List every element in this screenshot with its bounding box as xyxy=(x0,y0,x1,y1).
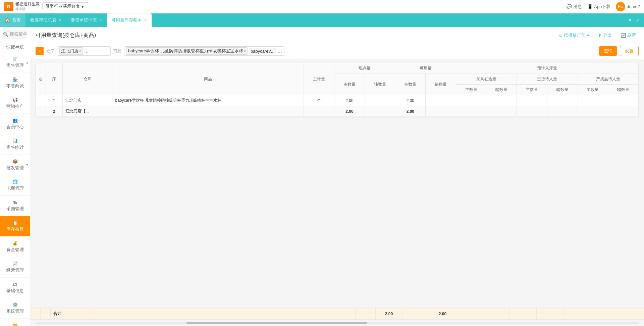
tab-receive-summary[interactable]: 收发存汇总表 ✕ xyxy=(25,13,66,27)
member-icon: 👥 xyxy=(12,118,18,123)
warehouse-filter[interactable]: 江北门店 × ... xyxy=(57,46,111,56)
td-current-aux-2 xyxy=(365,106,395,117)
warehouse-dots[interactable]: ... xyxy=(84,48,89,54)
footer-goods-main xyxy=(537,308,564,319)
export-icon: ⬆ xyxy=(598,33,602,38)
td-products-aux-2 xyxy=(608,106,639,117)
purchase-icon: 🛍 xyxy=(13,200,17,205)
logo-text: 畅捷通好生意 标准版 xyxy=(15,2,40,11)
stats-icon: 📊 xyxy=(12,138,18,143)
footer-label: 合计 xyxy=(50,308,91,319)
th-avail-aux: 辅数量 xyxy=(426,74,456,95)
td-no-2: 2 xyxy=(46,106,63,117)
user-btn[interactable]: Ea demo2 xyxy=(616,2,640,11)
mall-icon: 🏪 xyxy=(12,77,18,82)
sidebar-search-area: 🔍 搜索菜单 xyxy=(0,27,30,42)
sidebar-item-retail-mall[interactable]: 🏪 零售商城 xyxy=(0,73,30,93)
data-table: ⚙ 序 仓库 商品 主计量 现存量 可用量 预计入库量 主数量 辅数量 主数量 xyxy=(36,63,639,117)
th-products-main: 主数量 xyxy=(578,85,608,95)
sidebar: 🔍 搜索菜单 快捷导航 🛒 零售管理 🏪 零售商城 📢 营销推广 👥 会员中心 … xyxy=(0,27,30,326)
sidebar-item-marketing[interactable]: 📢 营销推广 xyxy=(0,93,30,114)
th-product: 商品 xyxy=(112,63,304,95)
refresh-icon: 🔄 xyxy=(621,33,626,38)
tab-order-stats[interactable]: 要货单统计表 ✕ xyxy=(66,13,107,27)
sidebar-item-retail-stats[interactable]: 📊 零售统计 xyxy=(0,134,30,155)
sidebar-item-inventory-check[interactable]: 📋 库存核算 xyxy=(0,216,30,237)
logo-icon: 好 xyxy=(4,2,13,11)
td-goods-main xyxy=(517,95,547,106)
close-icon[interactable]: ✕ xyxy=(58,18,61,22)
query-btn[interactable]: 查询 xyxy=(599,46,617,56)
th-no: 序 xyxy=(46,63,63,95)
product-tag-2: babycare?... xyxy=(249,48,276,54)
td-main-unit-2 xyxy=(304,106,334,117)
footer-product-cell xyxy=(91,308,356,319)
app-download-btn[interactable]: 📱 App下载 xyxy=(587,4,610,10)
sidebar-item-enterprise-collab[interactable]: 🤝 企业协同 xyxy=(0,319,30,326)
footer-goods-aux xyxy=(564,308,590,319)
finance-icon: 💰 xyxy=(12,241,18,246)
sidebar-item-purchase-mgmt[interactable]: 🛍 采购管理 xyxy=(0,196,30,216)
table-footer: 合计 2.00 2.00 xyxy=(30,308,644,319)
export-btn[interactable]: ⬆ 导出 xyxy=(595,31,614,40)
sidebar-item-retail-mgmt[interactable]: 🛒 零售管理 xyxy=(0,52,30,73)
th-avail-main: 主数量 xyxy=(395,74,426,95)
tab-home[interactable]: 🏠 首页 xyxy=(0,13,25,27)
print-btn[interactable]: 🖨 按模板打印 ▾ xyxy=(555,31,592,40)
industry-select[interactable]: 母婴行业演示账套 ▾ xyxy=(42,2,89,10)
th-warehouse: 仓库 xyxy=(62,63,112,95)
expand-btn[interactable]: » xyxy=(36,47,44,55)
window-controls: ✕ ⤢ xyxy=(627,17,644,24)
close-window-btn[interactable]: ✕ xyxy=(627,17,633,24)
sidebar-item-operations-mgmt[interactable]: 📈 经营管理 xyxy=(0,257,30,278)
maximize-btn[interactable]: ⤢ xyxy=(635,17,641,24)
td-products-aux xyxy=(608,95,639,106)
th-current-aux: 辅数量 xyxy=(365,74,395,95)
page-title: 可用量查询(按仓库+商品) xyxy=(36,32,96,39)
inventory-icon: 📋 xyxy=(12,220,18,225)
td-avail-aux-2 xyxy=(426,106,456,117)
td-warehouse-2: 江北门店【... xyxy=(62,106,112,117)
basic-icon: 🗂 xyxy=(13,282,17,287)
top-bar-left: 好 畅捷通好生意 标准版 母婴行业演示账套 ▾ xyxy=(4,2,89,11)
tab-available-stock[interactable]: 可用量库存账本 ✕ xyxy=(107,13,152,27)
footer-no-cell xyxy=(40,308,50,319)
scrollbar-thumb[interactable] xyxy=(186,322,367,324)
sidebar-quick-nav[interactable]: 快捷导航 xyxy=(0,42,30,52)
sidebar-item-finance-mgmt[interactable]: 💰 资金管理 xyxy=(0,237,30,257)
product-tag-1: babycare学饮杯 儿童防摔防撞吸管杯重力球吸嘴杯宝宝水杯 × xyxy=(126,47,248,55)
footer-purchase-aux xyxy=(510,308,537,319)
sidebar-item-system-mgmt[interactable]: ⚙️ 系统管理 xyxy=(0,298,30,319)
gear-icon[interactable]: ⚙ xyxy=(39,77,43,82)
th-products-aux: 辅数量 xyxy=(608,85,639,95)
sidebar-item-basic-info[interactable]: 🗂 基础信息 xyxy=(0,278,30,298)
td-avail-aux xyxy=(426,95,456,106)
product-dots[interactable]: ... xyxy=(277,48,282,54)
home-icon: 🏠 xyxy=(5,18,10,23)
message-btn[interactable]: 💬 消息 xyxy=(567,4,582,10)
retail-icon: 🛒 xyxy=(12,56,18,61)
table-row-subtotal: 2 江北门店【... 2.00 2.00 xyxy=(36,106,639,117)
th-purchase-main: 主数量 xyxy=(456,85,486,95)
page-actions: 🖨 按模板打印 ▾ ⬆ 导出 🔄 刷新 xyxy=(555,31,639,40)
warehouse-tag-close[interactable]: × xyxy=(79,49,81,53)
close-icon[interactable]: ✕ xyxy=(99,18,102,22)
chevron-down-icon: ▾ xyxy=(587,33,589,38)
warehouse-tag: 江北门店 × xyxy=(59,47,83,55)
search-menu-btn[interactable]: 🔍 搜索菜单 xyxy=(3,30,27,39)
td-purchase-main xyxy=(456,95,486,106)
th-purchase-aux: 辅数量 xyxy=(486,85,517,95)
close-icon[interactable]: ✕ xyxy=(144,18,147,22)
th-goods-main: 主数量 xyxy=(517,85,547,95)
product-filter[interactable]: babycare学饮杯 儿童防摔防撞吸管杯重力球吸嘴杯宝宝水杯 × babyca… xyxy=(124,46,284,56)
refresh-btn[interactable]: 🔄 刷新 xyxy=(618,31,639,40)
td-products-main xyxy=(578,95,608,106)
sidebar-item-ecommerce-mgmt[interactable]: 🌐 电商管理 xyxy=(0,175,30,196)
footer-table: 合计 2.00 2.00 xyxy=(30,308,644,319)
product-tag-1-close[interactable]: × xyxy=(244,49,246,53)
sidebar-item-member-center[interactable]: 👥 会员中心 xyxy=(0,114,30,134)
settings-btn[interactable]: 设置 xyxy=(620,46,639,56)
sidebar-item-wholesale-mgmt[interactable]: 📦 批发管理 xyxy=(0,155,30,175)
td-main-unit: 个 xyxy=(304,95,334,106)
td-goods-main-2 xyxy=(517,106,547,117)
